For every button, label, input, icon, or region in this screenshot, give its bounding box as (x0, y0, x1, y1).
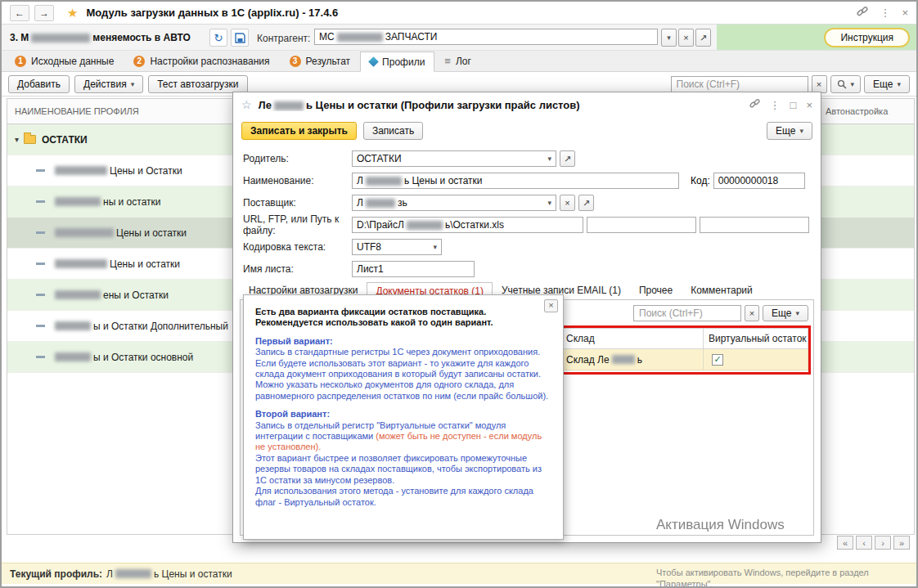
window-close-button[interactable]: × (902, 7, 908, 19)
tab-profiles[interactable]: Профили (360, 52, 434, 72)
nav-last-button[interactable]: » (893, 536, 910, 550)
counterparty-field[interactable]: МСЗАПЧАСТИ (314, 29, 658, 45)
save-label: Записать (372, 125, 414, 137)
search-input[interactable] (671, 76, 808, 92)
nav-first-button[interactable]: « (837, 536, 853, 550)
dialog-menu-icon[interactable]: ⋮ (770, 99, 781, 111)
tab-comment[interactable]: Комментарий (682, 281, 762, 299)
parent-field[interactable]: ОСТАТКИ ▾ (352, 150, 556, 167)
actions-button[interactable]: Действия▾ (74, 75, 143, 93)
counterparty-value-prefix: МС (319, 31, 335, 43)
redacted-text (407, 221, 443, 230)
dialog-title-prefix: Ле (259, 99, 272, 111)
status-bar: Текущий профиль: Ль Цены и остатки (2, 563, 916, 584)
instruction-button[interactable]: Инструкция (824, 28, 910, 47)
tab-recognition-settings[interactable]: 2 Настройки распознавания (124, 51, 279, 71)
counterparty-clear-button[interactable]: × (678, 29, 694, 47)
chevron-down-icon[interactable]: ▾ (433, 243, 437, 251)
name-field[interactable]: Ль Цены и остатки (352, 173, 679, 189)
tab-result[interactable]: 3 Результат (280, 51, 361, 71)
app-window: ← → ★ Модуль загрузки данных в 1С (appli… (0, 0, 918, 588)
url-field[interactable]: D:\ПрайсЛь\Остатки.xls (352, 217, 583, 233)
nav-next-button[interactable]: › (875, 536, 891, 550)
counterparty-dropdown-button[interactable]: ▾ (661, 29, 677, 47)
add-button[interactable]: Добавить (8, 75, 70, 93)
profile-row-label: ы и Остатки Дополнительный (93, 321, 228, 332)
tab-source-data[interactable]: 1 Исходные данные (5, 51, 124, 71)
link-icon[interactable] (857, 6, 868, 20)
refresh-icon: ↻ (214, 32, 223, 44)
encoding-field[interactable]: UTF8 ▾ (352, 239, 442, 255)
counterparty-label: Контрагент: (257, 33, 310, 44)
panel-more-button[interactable]: Еще▾ (763, 305, 808, 321)
hint-second-p3: Для использования этого метода - установ… (255, 486, 551, 508)
chevron-down-icon: ▾ (667, 34, 671, 42)
redacted-text (55, 352, 91, 361)
profile-row-label: Цены и остатки (110, 258, 180, 270)
panel-search-clear-button[interactable]: × (745, 305, 759, 321)
supplier-field[interactable]: Лзь ▾ (352, 195, 556, 211)
save-doc-button[interactable] (231, 29, 249, 47)
tab-log[interactable]: ≡ Лог (434, 51, 481, 71)
chevron-down-icon[interactable]: ▾ (547, 199, 551, 207)
search-options-button[interactable]: ▾ (830, 75, 862, 93)
redacted-text (337, 33, 383, 42)
window-menu-icon[interactable]: ⋮ (880, 7, 890, 19)
dialog-more-button[interactable]: Еще▾ (767, 122, 812, 140)
back-button[interactable]: ← (10, 5, 29, 21)
save-button[interactable]: Записать (363, 122, 423, 140)
dialog-maximize-button[interactable]: □ (790, 99, 797, 111)
supplier-open-button[interactable]: ↗ (578, 195, 594, 211)
tab-label: Лог (456, 56, 471, 67)
nav-prev-button[interactable]: ‹ (856, 536, 872, 550)
dialog-star-icon[interactable]: ☆ (241, 98, 252, 111)
open-icon: ↗ (583, 198, 590, 209)
clear-icon: × (749, 308, 754, 318)
counterparty-value-suffix: ЗАПЧАСТИ (385, 31, 438, 43)
url-field-2[interactable] (587, 217, 696, 233)
save-close-button[interactable]: Записать и закрыть (241, 122, 357, 140)
forward-button[interactable]: → (34, 5, 54, 21)
sheet-field[interactable]: Лист1 (352, 261, 475, 277)
window-titlebar: ← → ★ Модуль загрузки данных в 1С (appli… (2, 2, 916, 25)
chevron-down-icon[interactable]: ▾ (547, 155, 551, 163)
warehouse-cell[interactable]: Склад Леь (560, 349, 703, 370)
url-field-3[interactable] (700, 217, 809, 233)
profile-row-label: ены и Остатки (103, 290, 169, 301)
favorite-star-icon[interactable]: ★ (67, 6, 78, 20)
search-clear-button[interactable]: × (812, 75, 827, 93)
warehouse-value-suffix: ь (637, 354, 642, 366)
document-title-prefix: 3. М (10, 32, 29, 43)
clear-icon: × (817, 79, 821, 89)
code-field[interactable]: 00000000018 (713, 173, 805, 189)
redacted-text (55, 259, 107, 268)
tab-other[interactable]: Прочее (630, 281, 682, 299)
counterparty-open-button[interactable]: ↗ (695, 29, 711, 47)
column-header-autosetup[interactable]: Автонастройка (818, 98, 915, 123)
expander-icon[interactable]: ▾ (15, 135, 19, 144)
column-header-warehouse[interactable]: Склад (560, 329, 703, 348)
item-dash-icon (36, 356, 45, 358)
name-value-suffix: ь Цены и остатки (404, 175, 483, 186)
supplier-value-suffix: зь (398, 197, 407, 209)
tab-number-icon: 3 (290, 56, 301, 67)
virtual-stock-checkbox[interactable]: ✓ (712, 354, 723, 366)
tab-label: Профили (382, 56, 425, 68)
parent-open-button[interactable]: ↗ (560, 150, 575, 167)
document-title: 3. Мменяемость в АВТО (10, 32, 191, 43)
dialog-link-icon[interactable] (749, 98, 760, 111)
more-button[interactable]: Еще▾ (864, 75, 910, 93)
panel-search-input[interactable] (633, 305, 741, 321)
redacted-text (115, 569, 151, 578)
refresh-button[interactable]: ↻ (209, 29, 227, 47)
supplier-clear-button[interactable]: × (560, 195, 575, 211)
close-icon: × (548, 300, 553, 311)
folder-icon (24, 135, 36, 144)
hint-close-button[interactable]: × (544, 299, 558, 312)
test-autoload-button[interactable]: Тест автозагрузки (148, 75, 247, 93)
dialog-titlebar[interactable]: ☆ Леь Цены и остатки (Профили загрузки п… (233, 92, 821, 117)
dialog-close-button[interactable]: × (806, 99, 812, 111)
dialog-title-suffix: ь Цены и остатки (Профили загрузки прайс… (306, 99, 580, 111)
item-dash-icon (36, 294, 45, 296)
column-header-virtual-stock[interactable]: Виртуальный остаток (703, 329, 808, 348)
